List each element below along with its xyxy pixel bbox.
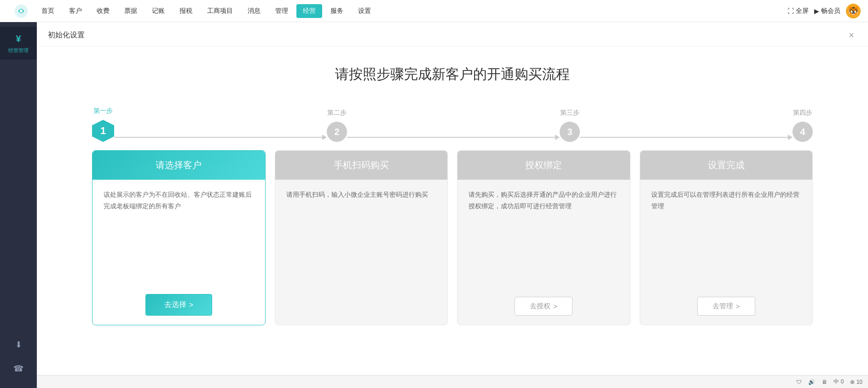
nav-item-bookkeeping[interactable]: 记账 [145,4,171,18]
screen-icon: 🖥 [822,379,827,385]
step-card-2: 手机扫码购买 请用手机扫码，输入小微企业主账号密码进行购买 [275,150,448,325]
goto-auth-arrow: > [553,302,557,310]
nav-item-operation[interactable]: 经营 [296,4,322,18]
nav-right: ⛶ 全屏 ▶ 畅会员 🐯 [787,4,861,18]
nav-item-business[interactable]: 工商项目 [201,4,239,18]
card-1-header: 请选择客户 [93,151,265,180]
user-avatar[interactable]: 🐯 [846,4,861,18]
card-4-body: 设置完成后可以在管理列表进行所有企业用户的经营管理 [640,180,813,288]
step-3-label: 第三步 [560,109,579,117]
card-1-footer: 去选择 > [93,285,265,325]
vip-label: 畅会员 [821,7,840,15]
step-3-circle: 3 [560,122,580,142]
goto-select-label: 去选择 [164,300,186,310]
step-node-3: 第三步 3 [560,109,580,142]
fullscreen-label: 全屏 [796,7,809,15]
fullscreen-btn[interactable]: ⛶ 全屏 [787,7,809,15]
zoom-level: ⊕ 10 [850,379,862,385]
step-node-1: 第一步 1 [92,107,114,142]
sidebar-bottom: ⬇ ☎ [0,333,37,388]
vip-btn[interactable]: ▶ 畅会员 [814,7,840,15]
step-1-circle: 1 [92,120,114,142]
download-icon: ⬇ [12,338,25,351]
card-3-footer: 去授权 > [457,288,630,325]
card-1-body: 该处展示的客户为不在回收站、客户状态正常建账后完成老板端绑定的所有客户 [93,180,265,285]
nav-item-message[interactable]: 消息 [241,4,267,18]
cards-row: 请选择客户 该处展示的客户为不在回收站、客户状态正常建账后完成老板端绑定的所有客… [64,150,840,325]
nav-item-tax[interactable]: 报税 [173,4,199,18]
support-icon: ☎ [12,362,25,375]
goto-manage-button[interactable]: 去管理 > [697,297,755,316]
shield-icon: 🛡 [796,379,802,385]
goto-manage-label: 去管理 [712,302,733,311]
page-header: 初始化设置 × [37,22,868,47]
input-method[interactable]: 中 0 [833,378,844,386]
nav-item-invoice[interactable]: 票据 [118,4,144,18]
connector-3 [580,135,793,140]
close-button[interactable]: × [846,29,857,41]
wizard-title: 请按照步骤完成新客户的开通购买流程 [64,47,840,107]
steps-line: 第一步 1 第二步 2 [64,107,840,142]
step-2-circle: 2 [327,122,347,142]
card-2-footer [275,306,448,325]
card-3-body: 请先购买，购买后选择开通的产品中的企业用户进行授权绑定，成功后即可进行经营管理 [457,180,630,288]
card-3-header: 授权绑定 [457,151,630,180]
card-2-body: 请用手机扫码，输入小微企业主账号密码进行购买 [275,180,448,306]
goto-auth-button[interactable]: 去授权 > [515,297,573,316]
step-node-2: 第二步 2 [327,109,347,142]
nav-item-service[interactable]: 服务 [324,4,350,18]
play-icon: ▶ [814,7,819,15]
step-4-label: 第四步 [793,109,812,117]
step-2-label: 第二步 [327,109,347,117]
sidebar-support[interactable]: ☎ [0,357,37,381]
nav-item-home[interactable]: 首页 [35,4,61,18]
nav-menu: 首页 客户 收费 票据 记账 报税 工商项目 消息 管理 经营 服务 设置 [35,4,787,18]
step-node-4: 第四步 4 [793,109,813,142]
step-card-3: 授权绑定 请先购买，购买后选择开通的产品中的企业用户进行授权绑定，成功后即可进行… [457,150,631,325]
card-4-footer: 去管理 > [640,288,813,325]
wizard-content: 请按照步骤完成新客户的开通购买流程 第一步 1 第二步 2 [37,47,868,339]
goto-auth-label: 去授权 [530,302,550,311]
connector-2 [347,135,560,140]
step-card-4: 设置完成 设置完成后可以在管理列表进行所有企业用户的经营管理 去管理 > [640,150,813,325]
top-nav: 首页 客户 收费 票据 记账 报税 工商项目 消息 管理 经营 服务 设置 ⛶ … [0,0,868,22]
sidebar: ¥ 经营管理 ⬇ ☎ [0,22,37,388]
volume-icon[interactable]: 🔊 [808,379,815,385]
step-card-1: 请选择客户 该处展示的客户为不在回收站、客户状态正常建账后完成老板端绑定的所有客… [92,150,266,325]
card-4-header: 设置完成 [640,151,813,180]
status-bar: ▶ 完成 🛡 🔊 🖥 中 0 ⊕ 10 [0,375,868,388]
sidebar-item-label: 经营管理 [8,47,29,54]
page-title: 初始化设置 [48,30,85,40]
nav-item-customer[interactable]: 客户 [63,4,88,18]
app-logo [7,4,35,18]
sidebar-item-operation[interactable]: ¥ 经营管理 [0,27,37,59]
nav-item-fee[interactable]: 收费 [90,4,116,18]
operation-icon: ¥ [12,32,25,45]
nav-item-settings[interactable]: 设置 [352,4,377,18]
nav-item-manage[interactable]: 管理 [269,4,295,18]
connector-1 [114,135,327,140]
main-content: 初始化设置 × 请按照步骤完成新客户的开通购买流程 第一步 1 第 [37,22,868,375]
step-1-label: 第一步 [93,107,113,115]
fullscreen-icon: ⛶ [787,7,794,15]
svg-point-1 [20,9,23,12]
status-right: 🛡 🔊 🖥 中 0 ⊕ 10 [796,378,862,386]
goto-select-arrow: > [189,301,193,309]
card-2-header: 手机扫码购买 [275,151,448,180]
goto-select-button[interactable]: 去选择 > [145,294,212,316]
step-4-circle: 4 [793,122,813,142]
page-container: 初始化设置 × 请按照步骤完成新客户的开通购买流程 第一步 1 第 [37,22,868,375]
sidebar-download[interactable]: ⬇ [0,333,37,357]
goto-manage-arrow: > [736,302,740,310]
